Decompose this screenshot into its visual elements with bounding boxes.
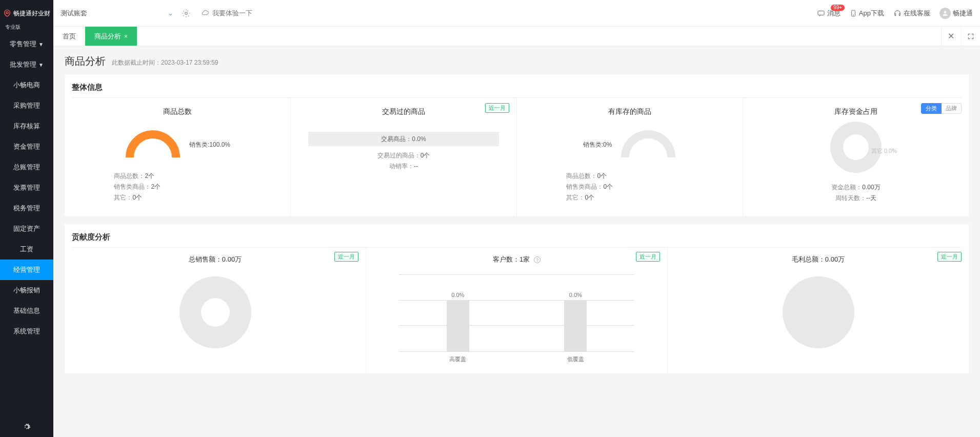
sidebar-item-inventory[interactable]: 库存核算: [0, 116, 53, 136]
sidebar-item-reimburse[interactable]: 小畅报销: [0, 280, 53, 301]
sidebar-item-tax[interactable]: 税务管理: [0, 198, 53, 218]
messages-button[interactable]: 消息 99+: [817, 9, 841, 18]
contribution-panel: 贡献度分析 近一月 总销售额：0.00万 近一月 客户数：1家 ?: [65, 224, 969, 373]
app-download-button[interactable]: App下载: [850, 9, 884, 18]
page-title: 商品分析: [65, 54, 106, 68]
period-badge[interactable]: 近一月: [636, 252, 660, 262]
close-icon[interactable]: ×: [124, 33, 128, 40]
sidebar-item-ecommerce[interactable]: 小畅电商: [0, 75, 53, 95]
svg-point-0: [6, 12, 8, 14]
toggle-category[interactable]: 分类: [921, 103, 942, 114]
sidebar-item-invoice[interactable]: 发票管理: [0, 177, 53, 198]
tabs-row: 首页 商品分析 × ✕: [53, 27, 980, 46]
user-menu[interactable]: 畅捷通: [939, 8, 973, 19]
sidebar-settings[interactable]: [0, 416, 53, 437]
trade-percent-box: 交易商品：0.0%: [308, 132, 499, 146]
brand-logo: 畅捷通好业财: [0, 0, 53, 27]
content: 商品分析 此数据截止时间：2023-03-17 23:59:59 整体信息 商品…: [53, 46, 980, 437]
tab-home[interactable]: 首页: [53, 27, 85, 46]
settings-icon[interactable]: [182, 9, 191, 18]
sidebar-item-wholesale[interactable]: 批发管理▼: [0, 54, 53, 75]
gear-icon: [23, 423, 31, 431]
topbar: 测试账套 ⌄ 我要体验一下 消息 99+ App下载: [53, 0, 980, 27]
svg-point-4: [853, 14, 853, 15]
sidebar-item-system[interactable]: 系统管理: [0, 321, 53, 342]
sidebar-item-operation[interactable]: 经营管理: [0, 260, 53, 280]
donut-chart: 其它 0.0%: [830, 122, 882, 173]
toggle-group: 分类 品牌: [921, 103, 962, 114]
card-gross-profit: 近一月 毛利总额：0.00万: [668, 248, 969, 373]
sidebar-item-purchase[interactable]: 采购管理: [0, 95, 53, 116]
brand-edition: 专业版: [0, 24, 53, 31]
close-all-tabs-button[interactable]: ✕: [941, 27, 961, 46]
expand-icon: [967, 33, 974, 40]
caret-icon: ▼: [38, 62, 44, 68]
gauge-chart: [125, 129, 181, 160]
fullscreen-button[interactable]: [961, 27, 980, 46]
card-total-sales: 近一月 总销售额：0.00万: [65, 248, 366, 373]
message-icon: [817, 9, 825, 17]
svg-point-1: [185, 12, 188, 14]
support-button[interactable]: 在线客服: [893, 9, 930, 18]
message-badge: 99+: [831, 5, 845, 11]
side-menu: 零售管理▼ 批发管理▼ 小畅电商 采购管理 库存核算 资金管理 总账管理 发票管…: [0, 34, 53, 416]
period-badge[interactable]: 近一月: [334, 252, 358, 262]
overview-title: 整体信息: [72, 74, 962, 98]
gauge-chart: [620, 129, 676, 160]
card-customer-count: 近一月 客户数：1家 ? 0.0% 0.0%: [366, 248, 668, 373]
sidebar-item-ledger[interactable]: 总账管理: [0, 157, 53, 177]
card-total-products: 商品总数 销售类:100.0% 商品总数：2个 销售类商品：2个 其它：0个: [65, 98, 291, 216]
sidebar-item-basic[interactable]: 基础信息: [0, 301, 53, 321]
sidebar-item-assets[interactable]: 固定资产: [0, 218, 53, 239]
svg-point-5: [944, 11, 947, 13]
avatar-icon: [939, 8, 951, 19]
overview-panel: 整体信息 商品总数 销售类:100.0% 商品总数：2个: [65, 74, 969, 216]
card-traded-products: 交易过的商品 近一月 交易商品：0.0% 交易过的商品：0个 动销率：--: [291, 98, 517, 216]
tab-product-analysis[interactable]: 商品分析 ×: [85, 27, 137, 46]
info-icon[interactable]: ?: [534, 256, 541, 263]
bar-chart: 0.0% 0.0%: [399, 274, 634, 351]
brand-icon: [3, 9, 11, 18]
phone-icon: [850, 9, 857, 17]
toggle-brand[interactable]: 品牌: [942, 103, 962, 114]
cloud-icon: [201, 9, 209, 17]
caret-icon: ▼: [38, 42, 44, 47]
sidebar-item-retail[interactable]: 零售管理▼: [0, 34, 53, 54]
sidebar-item-finance[interactable]: 资金管理: [0, 136, 53, 157]
brand-name: 畅捷通好业财: [13, 9, 50, 18]
contribution-title: 贡献度分析: [72, 224, 962, 248]
period-badge[interactable]: 近一月: [485, 103, 509, 113]
svg-rect-2: [818, 11, 824, 15]
donut-chart: [179, 276, 251, 348]
card-stock-capital: 库存资金占用 分类 品牌 其它 0.0% 资金总额：0.00万 周: [743, 98, 969, 216]
page-header: 商品分析 此数据截止时间：2023-03-17 23:59:59: [53, 46, 980, 74]
try-button[interactable]: 我要体验一下: [201, 9, 252, 18]
sidebar-item-salary[interactable]: 工资: [0, 239, 53, 260]
sidebar: 畅捷通好业财 专业版 零售管理▼ 批发管理▼ 小畅电商 采购管理 库存核算 资金…: [0, 0, 53, 437]
headset-icon: [893, 9, 902, 17]
period-badge[interactable]: 近一月: [937, 252, 962, 262]
main: 测试账套 ⌄ 我要体验一下 消息 99+ App下载: [53, 0, 980, 437]
chevron-down-icon: ⌄: [168, 9, 173, 17]
account-selector[interactable]: 测试账套 ⌄: [61, 6, 173, 21]
page-subtitle: 此数据截止时间：2023-03-17 23:59:59: [112, 58, 218, 67]
pie-chart: [783, 276, 854, 348]
account-name: 测试账套: [61, 9, 87, 18]
card-instock-products: 有库存的商品 销售类:0% 商品总数：0个 销售类商品：0个 其它：0个: [517, 98, 743, 216]
